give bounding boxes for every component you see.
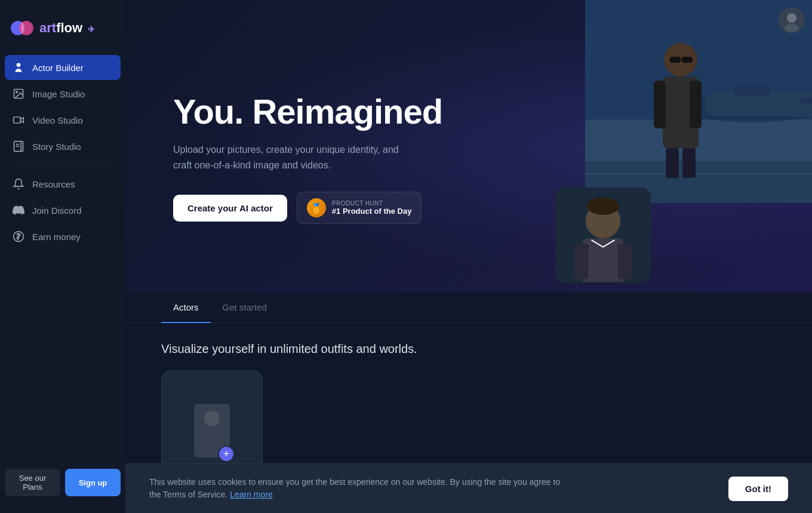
svg-point-4 <box>16 91 17 93</box>
product-hunt-title: #1 Product of the Day <box>332 207 412 216</box>
nav-items: Actor Builder Image Studio Video Studio <box>0 55 125 462</box>
product-hunt-badge: 🏅 PRODUCT HUNT #1 Product of the Day <box>297 192 422 224</box>
got-it-button[interactable]: Got it! <box>728 477 788 501</box>
svg-rect-21 <box>666 148 679 178</box>
cookie-banner: This website uses cookies to ensure you … <box>125 463 812 513</box>
svg-point-27 <box>787 13 796 23</box>
hero-main-image <box>585 0 812 203</box>
book-icon <box>12 140 25 153</box>
tabs-section: Actors Get started <box>125 293 812 323</box>
logo-icon <box>10 16 35 41</box>
cookie-message: This website uses cookies to ensure you … <box>149 476 567 501</box>
svg-rect-23 <box>670 57 681 63</box>
product-hunt-medal-icon: 🏅 <box>307 198 326 217</box>
hero-images <box>555 0 812 293</box>
nav-divider <box>14 165 111 165</box>
dollar-icon <box>12 230 25 243</box>
svg-rect-32 <box>574 244 588 279</box>
video-icon <box>12 113 25 127</box>
tab-get-started[interactable]: Get started <box>211 293 279 323</box>
sidebar-item-story-studio[interactable]: Story Studio <box>5 134 121 159</box>
svg-rect-22 <box>682 148 696 178</box>
actor-figure-placeholder: + <box>194 404 230 457</box>
svg-rect-13 <box>705 93 812 116</box>
logo-text: artflow ✈ <box>39 20 95 36</box>
discord-icon <box>12 204 25 217</box>
sidebar: artflow ✈ Actor Builder Image Studio <box>0 0 125 513</box>
sidebar-item-join-discord[interactable]: Join Discord <box>5 198 121 223</box>
section-subtitle: Visualize yourself in unlimited outfits … <box>161 342 776 356</box>
main-content: You. Reimagined Upload your pictures, cr… <box>125 0 812 513</box>
sidebar-item-resources[interactable]: Resources <box>5 171 121 196</box>
sidebar-item-video-studio-label: Video Studio <box>32 115 83 125</box>
add-actor-icon: + <box>218 446 235 462</box>
sidebar-item-earn-money-label: Earn money <box>32 232 81 242</box>
create-actor-button[interactable]: Create your AI actor <box>173 195 287 222</box>
sidebar-item-video-studio[interactable]: Video Studio <box>5 107 121 133</box>
svg-point-1 <box>19 21 33 35</box>
product-hunt-label: PRODUCT HUNT <box>332 200 412 207</box>
sidebar-item-image-studio[interactable]: Image Studio <box>5 81 121 106</box>
hero-subtitle: Upload your pictures, create your unique… <box>173 142 412 173</box>
hero-content: You. Reimagined Upload your pictures, cr… <box>173 93 442 225</box>
avatar-small <box>779 7 805 33</box>
svg-rect-5 <box>14 117 21 123</box>
logo-area: artflow ✈ <box>0 10 125 55</box>
hero-main-svg <box>585 0 812 203</box>
person-icon <box>12 61 25 74</box>
bell-icon <box>12 177 25 191</box>
sign-up-button[interactable]: Sign up <box>65 469 121 496</box>
svg-rect-14 <box>734 87 770 96</box>
sidebar-item-earn-money[interactable]: Earn money <box>5 224 121 249</box>
hero-actions: Create your AI actor 🏅 PRODUCT HUNT #1 P… <box>173 192 442 224</box>
product-hunt-text: PRODUCT HUNT #1 Product of the Day <box>332 200 412 216</box>
svg-rect-33 <box>617 244 632 279</box>
learn-more-link[interactable]: Learn more <box>230 490 273 499</box>
svg-point-2 <box>17 63 21 67</box>
svg-rect-16 <box>585 173 812 175</box>
tab-actors[interactable]: Actors <box>161 293 211 323</box>
svg-point-34 <box>587 198 620 215</box>
sidebar-item-image-studio-label: Image Studio <box>32 89 85 99</box>
svg-rect-20 <box>690 81 702 128</box>
see-plans-button[interactable]: See our Plans <box>5 469 60 496</box>
sidebar-item-join-discord-label: Join Discord <box>32 205 82 216</box>
hero-secondary-svg <box>556 188 650 283</box>
sidebar-item-resources-label: Resources <box>32 179 75 189</box>
svg-point-35 <box>204 411 220 426</box>
hero-section: You. Reimagined Upload your pictures, cr… <box>125 0 812 293</box>
svg-rect-36 <box>203 426 221 451</box>
hero-title: You. Reimagined <box>173 93 442 131</box>
svg-rect-19 <box>654 81 666 128</box>
hero-secondary-image <box>555 188 651 283</box>
svg-rect-31 <box>583 238 623 283</box>
svg-rect-24 <box>682 57 693 63</box>
sidebar-bottom: See our Plans Sign up <box>0 462 125 503</box>
sidebar-item-actor-builder-label: Actor Builder <box>32 63 84 73</box>
image-icon <box>12 87 25 100</box>
sidebar-item-actor-builder[interactable]: Actor Builder <box>5 55 121 80</box>
sidebar-item-story-studio-label: Story Studio <box>32 142 81 152</box>
